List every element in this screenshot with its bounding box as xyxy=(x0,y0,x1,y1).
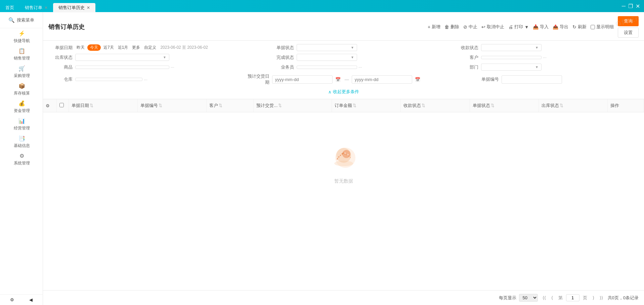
base-info-icon: 📑 xyxy=(18,135,25,142)
filter-salesperson: 业务员 ··· xyxy=(270,64,454,70)
delivery-date-separator: 📅 xyxy=(335,77,341,82)
goods-dots[interactable]: ··· xyxy=(171,65,174,70)
outbound-select[interactable]: ▼ xyxy=(75,54,169,61)
refresh-icon: ↻ xyxy=(572,24,576,30)
query-button[interactable]: 查询 xyxy=(618,16,639,26)
filter-row-1: 单据日期 昨天 今天 近7天 近1月 更多 自定义 2023-06-02 至 2… xyxy=(48,44,639,51)
top-bar: 首页销售订单✕销售订单历史✕ ─ ❐ ✕ xyxy=(0,0,644,12)
close-icon[interactable]: ✕ xyxy=(636,3,640,9)
total-records: 共0页，0条记录 xyxy=(608,295,639,301)
next-page-btn[interactable]: ⟩ xyxy=(591,295,596,301)
sidebar-search[interactable]: 🔍 搜索菜单 xyxy=(0,12,43,28)
payment-status-select[interactable]: ▼ xyxy=(481,44,542,51)
restore-icon[interactable]: ❐ xyxy=(628,3,633,9)
date-quick-buttons: 昨天 今天 近7天 近1月 更多 自定义 xyxy=(75,44,158,51)
new-button[interactable]: +新增 xyxy=(428,24,440,30)
refresh-button[interactable]: ↻刷新 xyxy=(572,24,587,30)
minimize-icon[interactable]: ─ xyxy=(622,3,626,9)
filter-delivery-control: 📅 — 📅 xyxy=(272,75,475,84)
sidebar-item-system[interactable]: ⚙系统管理 xyxy=(0,151,43,168)
setting-button[interactable]: 设置 xyxy=(618,28,639,38)
collapse-label: 收起更多条件 xyxy=(333,89,359,95)
sidebar-item-sales-mgmt[interactable]: 📋销售管理 xyxy=(0,46,43,63)
toolbar: +新增🗑删除⊘中止↩取消中止🖨打印▼📥导入📤导出↻刷新 显示明细 查询 设置 xyxy=(428,16,639,38)
tab-首页[interactable]: 首页 xyxy=(0,3,19,12)
department-select[interactable]: ▼ xyxy=(481,64,542,71)
cancel-stop-button[interactable]: ↩取消中止 xyxy=(481,24,504,30)
date-btn-yesterday[interactable]: 昨天 xyxy=(75,44,86,51)
import-button[interactable]: 📥导入 xyxy=(533,24,549,30)
date-btn-more[interactable]: 更多 xyxy=(131,44,141,51)
col-outbound-sort[interactable]: 出库状态 xyxy=(542,103,559,108)
tab-close-icon[interactable]: ✕ xyxy=(44,5,48,10)
salesperson-dots[interactable]: ··· xyxy=(358,65,362,70)
show-details-checkbox[interactable]: 显示明细 xyxy=(591,24,614,30)
empty-illustration xyxy=(327,139,360,173)
date-btn-custom[interactable]: 自定义 xyxy=(143,44,158,51)
page-label: 第 xyxy=(556,294,565,302)
stop-button[interactable]: ⊘中止 xyxy=(463,24,477,30)
prev-page-btn[interactable]: ⟨ xyxy=(549,295,555,301)
show-details-label: 显示明细 xyxy=(596,24,614,30)
th-action: 操作 xyxy=(608,99,644,112)
first-page-btn[interactable]: ⟨⟨ xyxy=(541,295,548,301)
th-settings[interactable]: ⚙ xyxy=(43,99,56,112)
sidebar-settings-icon[interactable]: ⚙ xyxy=(10,297,14,302)
col-status-sort[interactable]: 单据状态 xyxy=(473,103,490,108)
th-check[interactable] xyxy=(56,99,69,112)
col-action-label: 操作 xyxy=(610,103,619,108)
delete-button[interactable]: 🗑删除 xyxy=(444,24,459,30)
sidebar-item-base-info[interactable]: 📑基础信息 xyxy=(0,133,43,151)
filter-outbound-label: 出库状态 xyxy=(48,54,75,61)
svg-point-3 xyxy=(342,150,350,158)
svg-point-2 xyxy=(334,161,353,166)
sidebar-item-inventory[interactable]: 📦库存核算 xyxy=(0,81,43,98)
filter-doc-number-control xyxy=(502,75,639,84)
customer-dots[interactable]: ··· xyxy=(543,55,547,60)
sort-icon: ⇅ xyxy=(560,103,563,108)
last-page-btn[interactable]: ⟩⟩ xyxy=(598,295,605,301)
doc-status-select[interactable]: ▼ xyxy=(297,44,357,51)
date-btn-1month[interactable]: 近1月 xyxy=(117,44,130,51)
goods-input[interactable] xyxy=(75,66,169,69)
filter-row-4: 仓库 ··· 预计交货日期 📅 — 📅 xyxy=(48,73,639,85)
warehouse-input[interactable] xyxy=(75,78,142,81)
sidebar-item-operations[interactable]: 📊经营管理 xyxy=(0,116,43,133)
sidebar-collapse-icon[interactable]: ◀ xyxy=(29,297,33,302)
doc-number-input[interactable] xyxy=(502,75,562,84)
delivery-date-start[interactable] xyxy=(272,75,333,84)
date-btn-today[interactable]: 今天 xyxy=(87,44,101,51)
filter-delivery-date: 预计交货日期 📅 — 📅 xyxy=(245,73,475,85)
filter-warehouse-label: 仓库 xyxy=(48,76,75,82)
salesperson-input[interactable] xyxy=(297,66,357,69)
collapse-more-btn[interactable]: ∧ 收起更多条件 xyxy=(48,88,639,96)
col-date-sort[interactable]: 单据日期 xyxy=(72,103,89,108)
col-settings-icon[interactable]: ⚙ xyxy=(46,103,50,108)
print-label: 打印 xyxy=(514,24,523,30)
sidebar-item-purchase-mgmt[interactable]: 🛒采购管理 xyxy=(0,63,43,81)
import-icon: 📥 xyxy=(533,24,539,30)
print-button[interactable]: 🖨打印▼ xyxy=(508,24,529,30)
cancel-stop-label: 取消中止 xyxy=(487,24,504,30)
show-details-input[interactable] xyxy=(591,25,595,29)
customer-input[interactable] xyxy=(481,56,542,59)
col-delivery-sort[interactable]: 预计交货... xyxy=(256,103,277,108)
col-customer-sort[interactable]: 客户 xyxy=(209,103,218,108)
page-size-select[interactable]: 50 10 20 100 xyxy=(519,294,538,302)
export-button[interactable]: 📤导出 xyxy=(553,24,568,30)
delivery-date-end[interactable] xyxy=(352,75,412,84)
col-amount-sort[interactable]: 订单金额 xyxy=(335,103,352,108)
pagination-bar: 每页显示 50 10 20 100 ⟨⟨ ⟨ 第 页 ⟩ ⟩⟩ 共0页，0条记录 xyxy=(43,290,644,305)
tab-销售订单历史[interactable]: 销售订单历史✕ xyxy=(53,3,95,12)
col-payment-sort[interactable]: 收款状态 xyxy=(403,103,421,108)
select-all-checkbox[interactable] xyxy=(59,103,64,107)
sidebar-item-finance[interactable]: 💰资金管理 xyxy=(0,98,43,116)
sidebar-item-quick-nav[interactable]: ⚡快捷导航 xyxy=(0,28,43,46)
complete-select[interactable]: ▼ xyxy=(297,54,357,61)
tab-销售订单[interactable]: 销售订单✕ xyxy=(19,3,53,12)
col-number-sort[interactable]: 单据编号 xyxy=(140,103,158,108)
date-btn-7days[interactable]: 近7天 xyxy=(102,44,115,51)
page-number-input[interactable] xyxy=(566,294,579,301)
warehouse-dots[interactable]: ··· xyxy=(144,77,147,82)
tab-close-icon[interactable]: ✕ xyxy=(87,5,90,10)
